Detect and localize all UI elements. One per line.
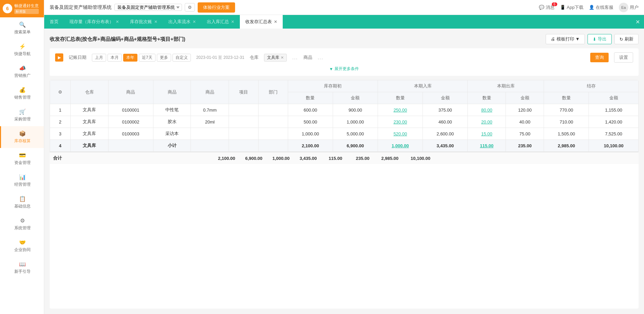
refresh-label: 刷新 (625, 36, 633, 42)
sidebar-item-purchase[interactable]: 🛒采购管理 (0, 104, 44, 126)
print-dropdown-icon: ▼ (575, 36, 580, 42)
filter-settings-button[interactable]: 设置 (614, 52, 633, 63)
sidebar-item-inventory[interactable]: 📦库存核算 (0, 126, 44, 148)
cell-name: 采访本 (153, 128, 191, 140)
subtotal-in-qty-link[interactable]: 1,000.00 (392, 143, 409, 148)
sidebar-item-operations[interactable]: 📊经营管理 (0, 170, 44, 192)
th-warehouse: 仓库 (70, 80, 108, 104)
sidebar-item-guide[interactable]: 📖新手引导 (0, 257, 44, 279)
user-info[interactable]: Ea 用户 (619, 3, 639, 12)
cell-spec: 20ml (191, 116, 229, 128)
warehouse-more-dots[interactable]: ... (292, 55, 298, 60)
table-footer: 合计 2,100.00 6,900.00 1,000.00 3,435.00 1… (50, 152, 639, 164)
tab-home[interactable]: 首页 (44, 15, 64, 29)
print-label: 模板打印 (557, 36, 574, 42)
th-settings[interactable]: ⚙ (50, 80, 71, 104)
user-avatar: Ea (619, 3, 628, 12)
out-qty-link[interactable]: 20.00 (481, 119, 492, 125)
sidebar-item-finance[interactable]: 💳资金管理 (0, 148, 44, 170)
date-btn-this-year[interactable]: 本年 (123, 54, 137, 62)
quick-nav-icon: ⚡ (19, 43, 26, 50)
cell-in-qty: 230.00 (378, 116, 423, 128)
warehouse-tag[interactable]: 文具库 ✕ (264, 54, 287, 62)
page-header-row: 收发存汇总表(按仓库+商品编码+商品+规格型号+项目+部门) 🖨 模板打印 ▼ … (50, 34, 639, 44)
export-button[interactable]: ⬇ 导出 (588, 34, 612, 44)
tab-in-out-flow[interactable]: 出入库流水 ✕ (163, 15, 201, 29)
app-download-label: App下载 (567, 4, 583, 11)
out-qty-link[interactable]: 80.00 (481, 108, 492, 113)
expand-conditions-button[interactable]: ▼ 展开更多条件 (329, 66, 359, 72)
tab-bar-close-button[interactable]: ✕ (631, 19, 644, 25)
tab-close-in-out-flow[interactable]: ✕ (193, 19, 196, 24)
export-icon: ⬇ (593, 37, 596, 42)
date-btn-7days[interactable]: 近7天 (139, 54, 155, 62)
date-btn-this-month[interactable]: 本月 (108, 54, 122, 62)
service-label: 在线客服 (596, 4, 613, 11)
print-button[interactable]: 🖨 模板打印 ▼ (546, 34, 585, 44)
online-service[interactable]: 👤 在线客服 (589, 4, 613, 11)
try-industry-button[interactable]: 体验行业方案 (198, 2, 235, 13)
export-label: 导出 (598, 36, 607, 42)
tab-close-in-out-summary[interactable]: ✕ (231, 19, 234, 24)
sidebar-item-marketing[interactable]: 📣营销推广 (0, 61, 44, 83)
logo-icon: 6 (3, 4, 12, 13)
cell-warehouse: 文具库 (70, 104, 108, 116)
warehouse-tag-value: 文具库 (267, 55, 279, 61)
inventory-icon: 📦 (19, 130, 26, 137)
cell-open-qty: 1,000.00 (288, 128, 333, 140)
warehouse-tag-close[interactable]: ✕ (281, 55, 284, 60)
cell-project (229, 116, 259, 128)
user-label: 用户 (630, 4, 639, 11)
filter-row-1: ▶ 记账日期 上月 本月 本年 近7天 更多 自定义 2023-01-01 至 … (55, 52, 633, 63)
in-qty-link[interactable]: 230.00 (394, 119, 407, 125)
data-table: ⚙ 仓库 商品 商品 商品 项目 部门 库存期初 本期入库 本期出库 结存 (50, 80, 639, 152)
sidebar-item-base-info[interactable]: 📋基础信息 (0, 192, 44, 213)
date-btn-custom[interactable]: 自定义 (172, 54, 191, 62)
footer-spacer: 合计 (53, 155, 213, 161)
th-out-qty: 数量 (468, 92, 506, 104)
tab-close-batch-ledger[interactable]: ✕ (154, 19, 158, 24)
date-btn-last-month[interactable]: 上月 (92, 54, 106, 62)
cell-out-qty: 15.00 (468, 128, 506, 140)
out-qty-link[interactable]: 15.00 (481, 131, 492, 136)
subtotal-out-qty-link[interactable]: 115.00 (480, 143, 494, 148)
tab-close-receive-send-summary[interactable]: ✕ (274, 19, 277, 24)
cell-project (229, 104, 259, 116)
in-qty-link[interactable]: 250.00 (394, 108, 407, 113)
tab-close-inventory-dist[interactable]: ✕ (116, 19, 119, 24)
sidebar-item-sales[interactable]: 💰销售管理 (0, 83, 44, 104)
date-btn-more[interactable]: 更多 (157, 54, 171, 62)
messages-badge[interactable]: 💬 消息 6 (539, 4, 555, 11)
phone-icon: 📱 (560, 5, 565, 10)
sidebar-item-quick-nav[interactable]: ⚡快捷导航 (0, 39, 44, 61)
settings-gear-button[interactable]: ⚙ (185, 3, 195, 12)
filter-expand-arrow[interactable]: ▶ (55, 53, 63, 62)
tab-receive-send-summary[interactable]: 收发存汇总表 ✕ (240, 15, 283, 29)
base-info-icon: 📋 (19, 196, 26, 202)
product-more-dots[interactable]: ... (318, 55, 324, 60)
sidebar-item-search[interactable]: 🔍搜索菜单 (0, 17, 44, 39)
tab-batch-ledger[interactable]: 库存批次账 ✕ (125, 15, 163, 29)
purchase-icon: 🛒 (19, 109, 26, 115)
tab-in-out-summary[interactable]: 出入库汇总 ✕ (201, 15, 240, 29)
logo-text: 畅捷通好生意 (14, 3, 39, 9)
th-open-qty: 数量 (288, 92, 333, 104)
th-group-closing: 结存 (544, 80, 639, 92)
system-select[interactable]: 装备及固定资产辅助管理系统 (114, 4, 182, 11)
footer-label: 合计 (53, 155, 62, 161)
th-close-amt: 金额 (589, 92, 639, 104)
tab-inventory-dist[interactable]: 现存量（库存分布表） ✕ (64, 15, 125, 29)
service-icon: 👤 (589, 5, 594, 10)
in-qty-link[interactable]: 520.00 (394, 131, 407, 136)
sidebar-item-enterprise[interactable]: 🤝企业协同 (0, 235, 44, 257)
refresh-button[interactable]: ↻ 刷新 (614, 34, 639, 44)
query-button[interactable]: 查询 (590, 53, 609, 62)
th-dept: 部门 (259, 80, 288, 104)
cell-dept (259, 140, 288, 152)
expand-label: 展开更多条件 (334, 66, 359, 72)
cell-close-qty: 2,985.00 (544, 140, 589, 152)
sidebar-item-system[interactable]: ⚙系统管理 (0, 213, 44, 235)
product-filter-label: 商品 (303, 54, 312, 61)
app-download[interactable]: 📱 App下载 (560, 4, 583, 11)
cell-in-qty: 250.00 (378, 104, 423, 116)
